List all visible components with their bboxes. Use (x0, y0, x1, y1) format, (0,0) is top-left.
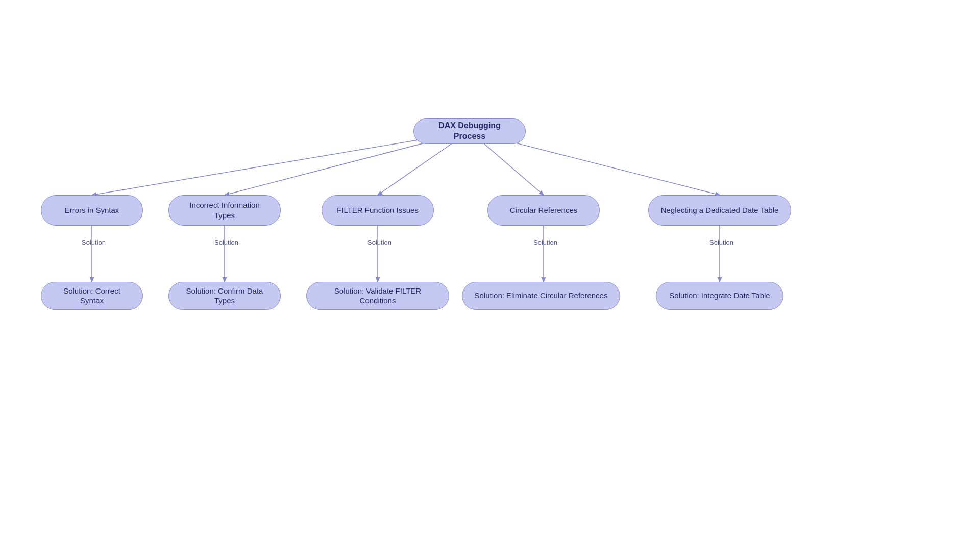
solution-node-integrate-date-table: Solution: Integrate Date Table (656, 282, 783, 310)
category-node-filter-function: FILTER Function Issues (322, 195, 434, 226)
solution-node-confirm-data-types: Solution: Confirm Data Types (168, 282, 281, 310)
svg-line-0 (92, 131, 470, 195)
connectors-svg (31, 98, 949, 455)
solution-label-3: Solution (368, 238, 391, 246)
root-node: DAX Debugging Process (413, 118, 526, 144)
solution-node-validate-filter: Solution: Validate FILTER Conditions (306, 282, 449, 310)
solution-label-5: Solution (709, 238, 733, 246)
category-node-errors-in-syntax: Errors in Syntax (41, 195, 143, 226)
solution-node-eliminate-circular: Solution: Eliminate Circular References (462, 282, 620, 310)
category-node-neglecting-date-table: Neglecting a Dedicated Date Table (648, 195, 791, 226)
solution-label-4: Solution (533, 238, 557, 246)
diagram-container: DAX Debugging Process Errors in Syntax S… (31, 98, 949, 455)
category-node-circular-references: Circular References (487, 195, 600, 226)
solution-node-correct-syntax: Solution: Correct Syntax (41, 282, 143, 310)
solution-label-2: Solution (214, 238, 238, 246)
category-node-incorrect-info-types: Incorrect Information Types (168, 195, 281, 226)
solution-label-1: Solution (82, 238, 106, 246)
